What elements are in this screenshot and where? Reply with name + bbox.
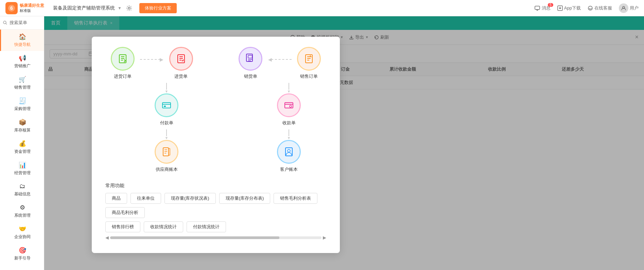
sidebar-item-inventory[interactable]: 📦 库存核算 — [0, 115, 44, 137]
flow-row-2: 付款单 — [105, 93, 326, 126]
target-icon: 🎯 — [19, 247, 26, 254]
purchase-bill-circle — [169, 47, 193, 71]
flow-node-purchase-bill[interactable]: 进货单 — [163, 47, 198, 79]
flow-arrows-row2: ▼ ▼ — [105, 129, 326, 140]
scroll-track — [110, 236, 321, 239]
user-avatar[interactable]: 用户 — [619, 3, 639, 13]
logo-area: 6 畅康通好生意 标准版 — [5, 2, 50, 14]
common-btn-payment-stats[interactable]: 付款情况统计 — [187, 221, 226, 232]
flow-row-3: 供应商账本 — [105, 140, 326, 173]
megaphone-icon: 📢 — [19, 54, 26, 62]
svg-rect-22 — [169, 148, 170, 155]
flow-node-sales-order[interactable]: 销售订单 — [292, 47, 326, 79]
svg-rect-15 — [248, 55, 252, 58]
flow-diagram: 进货订单 ▶ — [105, 47, 326, 176]
scroll-left-btn[interactable]: ◀ — [105, 235, 109, 240]
common-buttons-row1: 商品 往来单位 现存量(库存状况表) 现存量(库存分布表) 销售毛利分析表 商品… — [105, 193, 326, 218]
common-btn-sales-margin[interactable]: 销售毛利分析表 — [274, 193, 317, 204]
chevron-down-icon[interactable]: ▼ — [118, 6, 122, 11]
folder-icon: 🗂 — [19, 183, 25, 190]
app-container: 6 畅康通好生意 标准版 装备及固定资产辅助管理系统 ▼ 体验行业方案 消息 5 — [0, 0, 644, 270]
common-btn-partner[interactable]: 往来单位 — [130, 193, 161, 204]
scroll-bar: ◀ ▶ — [105, 232, 326, 243]
message-btn[interactable]: 消息 5 — [534, 5, 551, 11]
svg-rect-3 — [535, 6, 540, 10]
flow-node-sales-bill[interactable]: 销货单 — [233, 47, 268, 79]
flow-row-1: 进货订单 ▶ — [105, 47, 326, 79]
common-section: 常用功能 商品 往来单位 现存量(库存状况表) 现存量(库存分布表) 销售毛利分… — [105, 183, 326, 232]
svg-text:6: 6 — [10, 5, 13, 11]
supplier-ledger-circle — [155, 140, 178, 164]
common-btn-stock-dist[interactable]: 现存量(库存分布表) — [219, 193, 271, 204]
common-btn-sales-rank[interactable]: 销售排行榜 — [105, 221, 140, 232]
receipt-circle — [277, 93, 301, 117]
purchase-order-circle — [111, 47, 135, 71]
sidebar-item-operations[interactable]: 📊 经营管理 — [0, 158, 44, 179]
app-download-btn[interactable]: App下载 — [557, 5, 581, 11]
svg-point-7 — [3, 21, 6, 24]
experience-btn[interactable]: 体验行业方案 — [139, 3, 177, 13]
flow-node-payment[interactable]: 付款单 — [146, 93, 187, 126]
logo-text: 畅康通好生意 标准版 — [20, 3, 44, 13]
chart-icon: 📊 — [19, 161, 26, 169]
svg-point-5 — [588, 6, 592, 10]
avatar — [619, 3, 628, 13]
flow-arrows-row: ▼ ▼ — [105, 83, 326, 93]
sidebar-item-guide[interactable]: 🎯 新手引导 — [0, 243, 44, 265]
top-bar: 6 畅康通好生意 标准版 装备及固定资产辅助管理系统 ▼ 体验行业方案 消息 5 — [0, 0, 644, 16]
sidebar-item-system[interactable]: ⚙ 系统管理 — [0, 200, 44, 222]
svg-point-24 — [288, 149, 290, 152]
box-icon: 📦 — [19, 119, 26, 126]
sales-order-circle — [297, 47, 321, 71]
arrow-sales-order-to-bill: ◀ — [268, 57, 292, 62]
sales-bill-circle — [239, 47, 262, 71]
system-name: 装备及固定资产辅助管理系统 ▼ — [53, 5, 122, 11]
content-area: 首页 销售订单执行表 × ? 帮助 按模板打印 ▼ — [44, 16, 644, 270]
sidebar-item-marketing[interactable]: 📢 营销推广 — [0, 51, 44, 72]
svg-rect-21 — [163, 148, 169, 156]
scroll-thumb — [110, 236, 279, 239]
modal-overlay: 进货订单 ▶ — [44, 16, 644, 270]
money-icon: 💰 — [19, 140, 26, 147]
sidebar-item-basic-info[interactable]: 🗂 基础信息 — [0, 179, 44, 200]
cart-icon: 🛒 — [19, 76, 26, 83]
svg-rect-17 — [162, 103, 171, 108]
scroll-right-btn[interactable]: ▶ — [323, 235, 326, 240]
payment-circle — [155, 93, 178, 117]
svg-rect-19 — [285, 103, 293, 108]
gear-icon: ⚙ — [20, 204, 25, 211]
common-btn-product-margin[interactable]: 商品毛利分析 — [105, 207, 145, 218]
modal-content: 进货订单 ▶ — [92, 37, 340, 253]
common-btn-product[interactable]: 商品 — [105, 193, 127, 204]
quick-nav-modal: 进货订单 ▶ — [92, 37, 340, 253]
common-btn-stock-status[interactable]: 现存量(库存状况表) — [164, 193, 216, 204]
logo-icon: 6 — [5, 2, 18, 14]
sidebar-item-cooperation[interactable]: 🤝 企业协同 — [0, 222, 44, 243]
sidebar: 搜索菜单 🏠 快捷导航 📢 营销推广 🛒 销售管理 🧾 采购管理 📦 库存核算 — [0, 16, 44, 270]
sidebar-item-finance[interactable]: 💰 资金管理 — [0, 137, 44, 158]
common-buttons-row2: 销售排行榜 收款情况统计 付款情况统计 — [105, 221, 326, 232]
svg-rect-23 — [285, 148, 292, 156]
online-service-btn[interactable]: 在线客服 — [588, 5, 612, 11]
svg-point-20 — [290, 105, 292, 107]
settings-icon[interactable] — [124, 3, 134, 13]
sidebar-item-quick-nav[interactable]: 🏠 快捷导航 — [0, 30, 44, 51]
customer-ledger-circle — [277, 140, 301, 164]
svg-rect-18 — [164, 106, 166, 107]
arrow-purchase-to-bill: ▶ — [140, 57, 163, 62]
sidebar-item-sales[interactable]: 🛒 销售管理 — [0, 72, 44, 94]
receipt-icon: 🧾 — [19, 97, 26, 105]
svg-point-2 — [128, 7, 130, 9]
flow-node-purchase-order[interactable]: 进货订单 — [105, 47, 140, 79]
flow-node-supplier-ledger[interactable]: 供应商账本 — [146, 140, 187, 173]
home-icon: 🏠 — [19, 33, 26, 40]
sidebar-item-purchase[interactable]: 🧾 采购管理 — [0, 94, 44, 115]
common-btn-receipt-stats[interactable]: 收款情况统计 — [144, 221, 183, 232]
handshake-icon: 🤝 — [19, 225, 26, 233]
flow-node-customer-ledger[interactable]: 客户账本 — [268, 140, 309, 173]
flow-node-receipt[interactable]: 收款单 — [268, 93, 309, 126]
top-right: 消息 5 App下载 在线客服 用户 — [534, 3, 639, 13]
main-area: 搜索菜单 🏠 快捷导航 📢 营销推广 🛒 销售管理 🧾 采购管理 📦 库存核算 — [0, 16, 644, 270]
sidebar-search[interactable]: 搜索菜单 — [0, 16, 44, 30]
